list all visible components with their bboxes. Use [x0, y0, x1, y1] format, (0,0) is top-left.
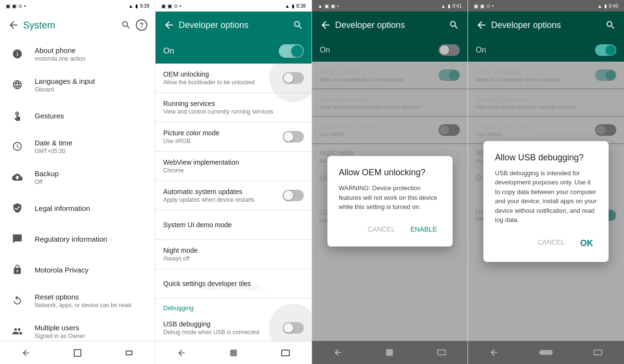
usb-cancel-button[interactable]: Cancel [533, 236, 569, 250]
picture-color-item-p2[interactable]: Picture color mode Use sRGB [156, 122, 312, 151]
back-p3r[interactable] [476, 19, 487, 31]
oem-toggle-p2[interactable] [283, 72, 304, 84]
webview-secondary-p2: Chrome [163, 167, 304, 174]
sidebar-item-datetime[interactable]: Date & time GMT+05:30 [0, 131, 155, 162]
search-button-p2[interactable] [292, 19, 304, 31]
oem-cancel-button[interactable]: Cancel [364, 223, 399, 235]
usb-primary-p2: USB debugging [163, 320, 283, 328]
motorola-privacy-text: Motorola Privacy [35, 266, 147, 274]
help-button-panel1[interactable]: ? [136, 19, 147, 31]
status-bar-panel1: ▣ ▣ ⊙ • ▲ ▮ 9:39 [0, 0, 155, 12]
notif3-p3r: ⊙ [486, 3, 490, 9]
bottom-nav-p3l [312, 341, 468, 364]
usb-toggle-thumb [284, 323, 293, 333]
system-ui-text-p2: System UI demo mode [163, 221, 304, 229]
oem-dialog-overlay: Allow OEM unlocking? WARNING: Device pro… [312, 62, 468, 341]
sidebar-item-backup[interactable]: Backup Off [0, 162, 155, 193]
webview-text-p2: WebView implementation Chrome [163, 158, 304, 174]
legal-text: Legal information [35, 204, 147, 212]
sidebar-item-multiple-users[interactable]: Multiple users Signed in as Owner [0, 316, 155, 341]
back-p3l[interactable] [320, 19, 331, 31]
sidebar-item-languages[interactable]: Languages & input Gboard [0, 69, 155, 100]
title-p3l: Developer options [335, 20, 448, 30]
sidebar-item-reset-options[interactable]: Reset options Network, apps, or device c… [0, 285, 155, 316]
night-mode-text-p2: Night mode Always off [163, 247, 304, 262]
webview-item-p2[interactable]: WebView implementation Chrome [156, 152, 312, 181]
auto-updates-item-p2[interactable]: Automatic system updates Apply updates w… [156, 181, 312, 210]
dot-icon: • [24, 3, 26, 9]
back-button-panel1[interactable] [8, 19, 19, 31]
night-mode-item-p2[interactable]: Night mode Always off [156, 240, 312, 269]
back-nav-button[interactable] [12, 341, 40, 364]
on-row-p3r[interactable]: On [468, 39, 624, 62]
oem-toggle-container [283, 72, 304, 84]
status-bar-p3r: ▣ ▣ ⊙ • ▲ ▮ 8:40 [468, 0, 624, 12]
usb-toggle-container [283, 322, 304, 334]
sidebar-item-motorola-privacy[interactable]: Motorola Privacy [0, 254, 155, 285]
app-bar-panel2: Developer options [156, 12, 312, 39]
privacy-icon: ⊙ [18, 3, 22, 9]
recent-apps-button[interactable] [115, 341, 143, 364]
on-toggle-p2[interactable] [279, 44, 304, 58]
debugging-label-p2: Debugging [163, 304, 194, 312]
svg-rect-0 [282, 350, 289, 356]
oem-toggle-thumb [284, 73, 293, 83]
datetime-icon [8, 137, 27, 156]
oem-enable-button[interactable]: Enable [406, 223, 441, 235]
system-ui-demo-item-p2[interactable]: System UI demo mode [156, 210, 312, 239]
picture-color-toggle-p2[interactable] [283, 131, 304, 143]
languages-text: Languages & input Gboard [35, 77, 147, 93]
motorola-privacy-label: Motorola Privacy [35, 266, 147, 274]
on-toggle-thumb-p3r [606, 45, 615, 55]
recent-apps-p2[interactable] [271, 341, 300, 364]
home-nav-p2[interactable] [219, 341, 248, 364]
on-toggle-p3l[interactable] [439, 44, 460, 56]
usb-ok-button[interactable]: OK [576, 236, 597, 250]
regulatory-text: Regulatory information [35, 235, 147, 243]
recent-apps-p3l[interactable] [427, 341, 456, 364]
recent-apps-p3r[interactable] [584, 341, 612, 364]
usb-dialog-title: Allow USB debugging? [495, 153, 597, 163]
sidebar-item-legal[interactable]: Legal information [0, 193, 155, 223]
multiple-users-text: Multiple users Signed in as Owner [35, 324, 147, 339]
sidebar-item-regulatory[interactable]: Regulatory information [0, 223, 155, 254]
running-services-item-p2[interactable]: Running services View and control curren… [156, 93, 312, 122]
notification-icon: ▣ [6, 3, 10, 9]
back-nav-p2[interactable] [167, 341, 196, 364]
on-row-p2[interactable]: On [156, 39, 312, 64]
wifi-icon: ▲ [129, 3, 133, 9]
oem-primary-p2: OEM unlocking [163, 70, 283, 78]
app-bar-p3r: Developer options [468, 12, 624, 39]
back-button-p2[interactable] [163, 19, 175, 31]
status-bar-panel2: ▣ ▣ ⊙ • ▲ ▮ 8:38 [156, 0, 312, 12]
auto-updates-toggle-p2[interactable] [283, 190, 304, 201]
notif-icon-p2: ▣ [161, 3, 166, 9]
multiple-users-label: Multiple users [35, 324, 147, 332]
legal-icon [8, 198, 27, 218]
about-phone-text: About phone motorola one action [35, 46, 147, 62]
quick-settings-item-p2[interactable]: Quick settings developer tiles [156, 269, 312, 298]
search-p3l[interactable] [448, 19, 460, 31]
back-nav-p3l[interactable] [324, 341, 352, 364]
on-row-p3l[interactable]: On [312, 39, 468, 62]
panel2-content: OEM unlocking Allow the bootloader to be… [156, 64, 312, 341]
back-nav-p3r[interactable] [480, 341, 508, 364]
sidebar-item-gestures[interactable]: Gestures [0, 100, 155, 131]
quick-settings-text-p2: Quick settings developer tiles [163, 280, 304, 287]
search-p3r[interactable] [605, 19, 616, 31]
home-nav-p3l[interactable] [375, 341, 404, 364]
battery-p3r: ▮ [604, 3, 607, 9]
usb-toggle-p2[interactable] [283, 322, 304, 334]
usb-secondary-p2: Debug mode when USB is connected [163, 329, 283, 336]
search-button-panel1[interactable] [120, 19, 132, 31]
oem-unlocking-item-p2[interactable]: OEM unlocking Allow the bootloader to be… [156, 64, 312, 92]
home-nav-button[interactable] [63, 341, 92, 364]
languages-label: Languages & input [35, 77, 147, 85]
night-mode-secondary-p2: Always off [163, 255, 304, 262]
usb-debugging-item-p2[interactable]: USB debugging Debug mode when USB is con… [156, 313, 312, 341]
svg-rect-1 [594, 350, 602, 355]
on-toggle-p3r[interactable] [595, 44, 616, 56]
status-left-p2: ▣ ▣ ⊙ • [161, 3, 182, 9]
sidebar-item-about-phone[interactable]: About phone motorola one action [0, 39, 155, 69]
home-nav-p3r[interactable] [532, 341, 560, 364]
